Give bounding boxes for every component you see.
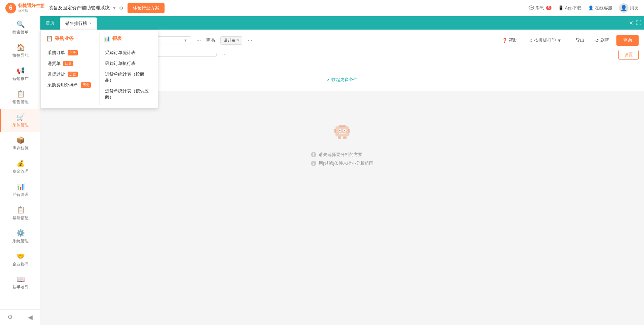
sidebar-bottom: ⚙ ◀ [0,309,40,325]
sidebar-label-quick-nav: 快捷导航 [12,53,29,58]
user-item[interactable]: 👤 用友 [619,3,639,13]
doc-status-dots[interactable]: ··· [196,37,201,43]
purchase-dropdown-col: 📋 采购业务 采购订单 历史 进货单 历史 进货退货 历史 采购费用分摊单 历史 [43,33,98,105]
app-download-item[interactable]: 📱 App下载 [558,5,581,11]
logo-text: 畅捷通好生意 标准版 [18,3,44,13]
sidebar-item-finance[interactable]: 💰 资金管理 [0,155,40,178]
sidebar-label-basic-info: 基础信息 [12,215,29,221]
guide-icon: 📖 [16,275,25,283]
sidebar-label-operation: 经营管理 [12,192,29,198]
purchase-expense-history-badge: 历史 [81,82,91,88]
sidebar-item-sales[interactable]: 📋 销售管理 [0,86,40,109]
sidebar-label-inventory: 库存核算 [12,146,29,151]
stock-return-item[interactable]: 进货退货 历史 [46,69,95,80]
tab-home[interactable]: 首页 [40,16,60,30]
system-title-area: 装备及固定资产辅助管理系统 ▼ ⚙ [48,5,123,11]
sidebar-item-basic-info[interactable]: 📋 基础信息 [0,202,40,225]
report-col-icon: 📊 [104,35,110,42]
tab-bar: 首页 销售排行榜 × ✕ ⛶ [40,16,644,30]
sidebar-collapse-icon[interactable]: ◀ [28,314,33,321]
goods-dots[interactable]: ··· [248,37,252,43]
online-service-item[interactable]: 👤 在线客服 [588,5,612,11]
sidebar-item-purchase[interactable]: 🛒 采购管理 [0,109,40,132]
doc-status-arrow: ▼ [184,38,187,42]
set-btn-wrapper: 设置 [618,50,639,60]
search-icon: 🔍 [16,20,25,28]
system-title-arrow[interactable]: ▼ [112,6,116,10]
purchase-col-icon: 📋 [46,35,53,42]
goods-tag: 设计费 × [220,36,242,45]
set-btn[interactable]: 设置 [618,50,639,60]
message-badge: 5 [546,6,551,10]
sidebar-settings-icon[interactable]: ⚙ [7,314,13,321]
operation-icon: 📊 [16,182,25,191]
toolbar-right: ❓ 帮助 🖨 按模板打印 ▼ ↑ 导出 ↺ [499,35,639,46]
help-btn[interactable]: ❓ 帮助 [499,36,521,45]
print-arrow: ▼ [557,38,562,43]
stock-in-item[interactable]: 进货单 历史 [46,58,95,69]
industry-btn[interactable]: 体验行业方案 [128,3,165,13]
sidebar-label-search: 搜索菜单 [12,30,29,35]
message-item[interactable]: 💬 消息 5 [529,5,551,11]
svg-rect-9 [338,136,341,139]
sidebar-label-purchase: 采购管理 [12,122,29,128]
dropdown-divider [99,33,100,105]
svg-rect-1 [339,125,346,127]
goods-tag-remove[interactable]: × [237,38,239,43]
tab-close-icon[interactable]: × [89,21,92,26]
sidebar-item-quick-nav[interactable]: 🏠 快捷导航 [0,39,40,63]
basic-info-icon: 📋 [16,206,25,214]
sidebar-item-guide[interactable]: 📖 新手引导 [0,271,40,294]
sales-icon: 📋 [16,90,25,98]
purchase-expense-item[interactable]: 采购费用分摊单 历史 [46,80,95,90]
svg-rect-7 [334,129,336,133]
marketing-icon: 📢 [16,67,25,75]
report-dropdown-col: 📊 报表 采购订单统计表 采购订单执行表 进货单统计表（按商品） 进货单统计表（… [101,33,155,105]
export-btn[interactable]: ↑ 导出 [569,36,588,45]
sidebar-label-guide: 新手引导 [12,285,29,290]
topbar-right: 💬 消息 5 📱 App下载 👤 在线客服 👤 用友 [529,3,639,13]
settings-icon[interactable]: ⚙ [119,5,123,11]
sidebar-item-search[interactable]: 🔍 搜索菜单 [0,16,40,39]
sidebar-label-finance: 资金管理 [12,169,29,174]
print-icon: 🖨 [528,38,533,43]
sidebar-item-cooperation[interactable]: 🤝 企业协同 [0,248,40,271]
cooperation-icon: 🤝 [16,252,25,260]
purchase-order-item[interactable]: 采购订单 历史 [46,47,95,58]
svg-point-4 [339,130,341,131]
empty-tips: 1 请先选择要分析的方案 2 用[过滤]条件来缩小分析范围 [311,150,374,168]
dropdown-menu: 📋 采购业务 采购订单 历史 进货单 历史 进货退货 历史 采购费用分摊单 历史… [40,30,158,108]
stock-in-stat-goods-item[interactable]: 进货单统计表（按商品） [104,69,153,86]
logo-icon: 6 [5,3,16,13]
svg-rect-10 [343,136,347,139]
app-icon: 📱 [558,5,564,10]
sidebar-item-system[interactable]: ⚙️ 系统管理 [0,225,40,248]
tab-maximize-icon[interactable]: ⛶ [636,20,641,26]
purchase-icon: 🛒 [16,113,25,121]
sidebar-item-operation[interactable]: 📊 经营管理 [0,178,40,202]
salesperson-input[interactable] [156,53,217,57]
sidebar-item-inventory[interactable]: 📦 库存核算 [0,132,40,155]
svg-rect-0 [335,126,349,136]
salesperson-dots[interactable]: ··· [222,52,226,58]
print-btn[interactable]: 🖨 按模板打印 ▼ [525,36,565,45]
tab-right-icons: ✕ ⛶ [629,20,644,26]
logo-area: 6 畅捷通好生意 标准版 [5,3,46,13]
refresh-btn[interactable]: ↺ 刷新 [592,36,612,45]
sidebar-item-marketing[interactable]: 📢 营销推广 [0,63,40,86]
sidebar-label-system: 系统管理 [12,238,29,244]
purchase-order-exec-item[interactable]: 采购订单执行表 [104,58,153,69]
svg-rect-8 [348,129,350,133]
purchase-order-stat-item[interactable]: 采购订单统计表 [104,47,153,58]
home-icon: 🏠 [16,43,25,51]
tab-sales-ranking[interactable]: 销售排行榜 × [60,17,97,30]
svg-rect-6 [339,133,346,134]
sidebar-label-sales: 销售管理 [12,99,29,105]
topbar: 6 畅捷通好生意 标准版 装备及固定资产辅助管理系统 ▼ ⚙ 体验行业方案 💬 … [0,0,644,16]
stock-in-stat-supplier-item[interactable]: 进货单统计表（按供应商） [104,86,153,103]
query-btn[interactable]: 查询 [616,35,639,46]
sidebar-label-cooperation: 企业协同 [12,261,29,267]
tab-close-all-icon[interactable]: ✕ [629,20,633,26]
export-icon: ↑ [572,38,575,43]
purchase-col-title: 📋 采购业务 [46,35,95,44]
